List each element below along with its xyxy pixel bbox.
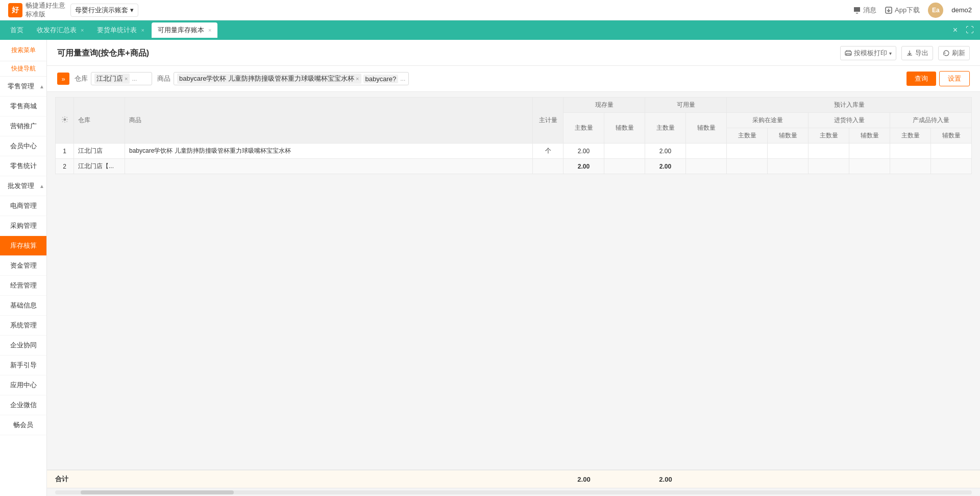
th-incoming-main: 主数量 (808, 128, 849, 144)
row2-product (125, 159, 533, 174)
sidebar-item-new-guide[interactable]: 新手引导 (0, 356, 46, 375)
tab-bar: 首页 收发存汇总表 × 要货单统计表 × 可用量库存账本 × × ⛶ (0, 20, 980, 40)
tab-expand-btn[interactable]: ⛶ (964, 25, 976, 36)
dropdown-arrow-icon: ▾ (889, 51, 892, 56)
print-icon (845, 50, 852, 57)
th-unit: 主计量 (533, 98, 564, 144)
footer-stock-main: 2.00 (564, 476, 604, 483)
app-download-action[interactable]: App下载 (885, 6, 920, 15)
sidebar-item-finance[interactable]: 资金管理 (0, 256, 46, 276)
sidebar-item-inventory[interactable]: 库存核算 (0, 236, 46, 256)
row1-purchase-main (727, 144, 768, 159)
settings-btn[interactable]: 设置 (939, 71, 970, 86)
th-finished-pending: 产成品待入量 (890, 113, 972, 128)
row1-available-aux (686, 144, 727, 159)
sidebar-nav-btn[interactable]: 快捷导航 (0, 61, 46, 77)
row2-purchase-aux (768, 159, 808, 174)
page-title: 可用量查询(按仓库+商品) (57, 48, 149, 59)
product-tag-1: babycare学饮杯 儿童防摔防撞吸管杯重力球吸嘴杯宝宝水杯 × (177, 74, 361, 84)
th-current-stock: 现存量 (564, 98, 645, 113)
sidebar-item-app-center[interactable]: 应用中心 (0, 375, 46, 395)
row2-finished-aux (931, 159, 972, 174)
tab-close-receive-send[interactable]: × (81, 27, 84, 33)
message-action[interactable]: 消息 (853, 6, 876, 15)
row1-finished-aux (931, 144, 972, 159)
refresh-icon (943, 50, 950, 57)
th-available-main: 主数量 (645, 113, 686, 144)
top-bar-right: 消息 App下载 Ea demo2 (853, 3, 972, 18)
row2-stock-main: 2.00 (564, 159, 604, 174)
product-filter-input[interactable]: babycare学饮杯 儿童防摔防撞吸管杯重力球吸嘴杯宝宝水杯 × babyca… (174, 72, 409, 85)
filter-expand-btn[interactable]: » (57, 73, 69, 85)
row2-index: 2 (56, 159, 74, 174)
template-print-btn[interactable]: 按模板打印 ▾ (840, 46, 896, 60)
gear-icon[interactable] (61, 116, 68, 123)
table-row: 1 江北门店 babycare学饮杯 儿童防摔防撞吸管杯重力球吸嘴杯宝宝水杯 个… (56, 144, 972, 159)
warehouse-filter-input[interactable]: 江北门店 × ... (91, 72, 152, 85)
logo-area: 好 畅捷通好生意 标准版 (8, 2, 65, 19)
scrollbar-thumb[interactable] (81, 490, 234, 494)
tab-available-inventory[interactable]: 可用量库存账本 × (152, 22, 217, 38)
sidebar-item-purchase[interactable]: 采购管理 (0, 216, 46, 236)
sidebar-item-retail-stats[interactable]: 零售统计 (0, 156, 46, 176)
tab-home[interactable]: 首页 (4, 22, 30, 38)
footer-available-main: 2.00 (645, 476, 686, 483)
tab-receive-send[interactable]: 收发存汇总表 × (31, 22, 90, 38)
th-stock-aux: 辅数量 (604, 113, 645, 144)
sidebar-item-enterprise-wechat[interactable]: 企业微信 (0, 395, 46, 415)
sidebar-item-vip-member[interactable]: 畅会员 (0, 415, 46, 435)
sidebar-search-btn[interactable]: 搜索菜单 (4, 44, 42, 57)
user-name[interactable]: demo2 (951, 6, 972, 14)
warehouse-tag-close[interactable]: × (125, 76, 128, 82)
th-product: 商品 (125, 98, 533, 144)
top-bar-left: 好 畅捷通好生意 标准版 母婴行业演示账套 ▾ (8, 2, 138, 19)
query-btn[interactable]: 查询 (906, 72, 936, 86)
tab-close-available-inventory[interactable]: × (208, 27, 211, 33)
product-filter-more[interactable]: ... (400, 75, 405, 82)
sidebar-item-system-mgmt[interactable]: 系统管理 (0, 316, 46, 336)
row1-warehouse: 江北门店 (74, 144, 125, 159)
sidebar-search-section: 搜索菜单 (0, 40, 46, 61)
warehouse-filter-label: 仓库 (75, 74, 88, 83)
tab-close-all-btn[interactable]: × (951, 25, 960, 36)
row1-stock-aux (604, 144, 645, 159)
scrollbar-track[interactable] (55, 490, 972, 494)
sidebar-item-basic-info[interactable]: 基础信息 (0, 296, 46, 316)
th-finished-main: 主数量 (890, 128, 931, 144)
svg-rect-3 (846, 54, 850, 55)
refresh-btn[interactable]: 刷新 (938, 46, 970, 60)
tab-close-order-stats[interactable]: × (141, 27, 144, 33)
sidebar-item-ecommerce[interactable]: 电商管理 (0, 196, 46, 216)
product-tag-1-close[interactable]: × (356, 76, 359, 82)
tab-order-stats[interactable]: 要货单统计表 × (91, 22, 150, 38)
logo-icon: 好 (8, 3, 22, 17)
sidebar-item-wholesale-mgmt[interactable]: 批发管理 ▲ (0, 176, 46, 196)
bottom-scrollbar[interactable] (47, 488, 980, 496)
sidebar-item-operations[interactable]: 经营管理 (0, 276, 46, 296)
sidebar-item-retail-mgmt[interactable]: 零售管理 ▲ (0, 77, 46, 97)
main-layout: 搜索菜单 快捷导航 零售管理 ▲ 零售商城 营销推广 会员中心 零售统计 批发管… (0, 40, 980, 496)
warehouse-filter-more[interactable]: ... (132, 75, 137, 82)
top-bar: 好 畅捷通好生意 标准版 母婴行业演示账套 ▾ 消息 App下载 Ea demo… (0, 0, 980, 20)
industry-selector[interactable]: 母婴行业演示账套 ▾ (70, 4, 138, 17)
row2-finished-main (890, 159, 931, 174)
row1-available-main: 2.00 (645, 144, 686, 159)
row2-stock-aux (604, 159, 645, 174)
sidebar-item-enterprise[interactable]: 企业协同 (0, 336, 46, 356)
filter-bar: » 仓库 江北门店 × ... 商品 babycare学饮杯 儿童防摔防撞吸管杯… (47, 66, 980, 92)
page-title-row: 可用量查询(按仓库+商品) 按模板打印 ▾ 导出 刷新 (57, 46, 970, 65)
export-btn[interactable]: 导出 (901, 46, 933, 60)
user-avatar[interactable]: Ea (928, 3, 943, 18)
row1-incoming-main (808, 144, 849, 159)
chevron-icon: ▲ (39, 84, 44, 89)
sidebar-item-retail-mall[interactable]: 零售商城 (0, 97, 46, 116)
logo-text: 畅捷通好生意 标准版 (26, 2, 65, 19)
sidebar-item-marketing[interactable]: 营销推广 (0, 116, 46, 136)
export-icon (906, 50, 913, 57)
product-filter-group: 商品 babycare学饮杯 儿童防摔防撞吸管杯重力球吸嘴杯宝宝水杯 × bab… (157, 72, 409, 85)
table-container[interactable]: 仓库 商品 主计量 现存量 可用量 预计入库量 主数量 辅数量 主数量 辅数量 … (47, 92, 980, 469)
table-footer: 合计 2.00 2.00 (47, 469, 980, 488)
th-settings[interactable] (56, 98, 74, 144)
sidebar-item-member-center[interactable]: 会员中心 (0, 136, 46, 156)
th-purchase-aux: 辅数量 (768, 128, 808, 144)
